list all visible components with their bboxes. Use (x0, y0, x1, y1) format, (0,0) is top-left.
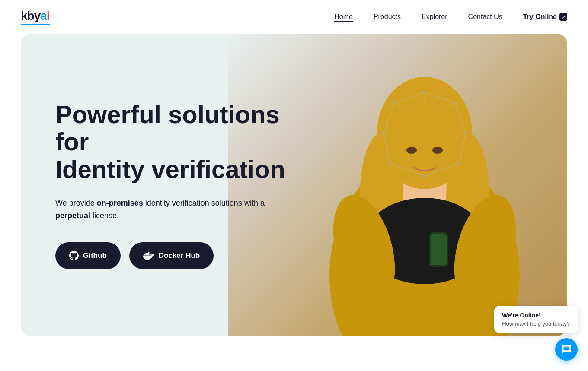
docker-hub-button[interactable]: Docker Hub (129, 242, 214, 269)
svg-point-20 (454, 101, 456, 104)
svg-point-25 (389, 162, 391, 165)
nav-item-try-online[interactable]: Try Online (523, 13, 567, 21)
hero-title: Powerful solutions for Identity verifica… (55, 101, 289, 183)
navbar: kbyai Home Products Explorer Contact Us … (0, 0, 588, 34)
nav-link-try-online[interactable]: Try Online (523, 13, 567, 21)
chat-open-button[interactable] (555, 338, 578, 361)
nav-links: Home Products Explorer Contact Us Try On… (334, 13, 567, 21)
docker-icon (143, 250, 154, 261)
nav-item-explorer[interactable]: Explorer (422, 13, 447, 21)
hero-person-image (295, 34, 554, 336)
svg-point-23 (382, 132, 385, 134)
nav-link-products[interactable]: Products (374, 13, 401, 20)
chat-widget: We're Online! How may I help you today? (494, 306, 578, 361)
github-button[interactable]: Github (55, 242, 121, 269)
logo-i: i (47, 9, 50, 22)
svg-line-15 (442, 103, 455, 111)
logo[interactable]: kbyai (21, 9, 50, 25)
chat-bubble: We're Online! How may I help you today? (494, 306, 578, 333)
hero-buttons: Github Docker Hub (55, 242, 289, 269)
nav-item-home[interactable]: Home (334, 13, 353, 21)
hero-section: Powerful solutions for Identity verifica… (21, 34, 567, 336)
github-icon (69, 251, 79, 260)
nav-link-explorer[interactable]: Explorer (422, 13, 447, 20)
svg-line-17 (455, 133, 466, 137)
svg-point-21 (393, 101, 396, 104)
svg-point-22 (464, 132, 467, 134)
svg-marker-13 (383, 92, 466, 176)
nav-item-products[interactable]: Products (374, 13, 401, 21)
svg-point-19 (423, 91, 426, 93)
svg-point-26 (423, 175, 426, 178)
nav-item-contact[interactable]: Contact Us (468, 13, 502, 21)
svg-line-14 (394, 103, 407, 111)
nav-link-contact[interactable]: Contact Us (468, 13, 502, 20)
docker-button-label: Docker Hub (159, 251, 200, 260)
chat-icon (561, 344, 572, 355)
chat-message: How may I help you today? (502, 320, 570, 327)
chat-status: We're Online! (502, 312, 570, 319)
svg-line-18 (383, 133, 394, 137)
logo-a: a (40, 9, 47, 22)
github-button-label: Github (83, 251, 107, 260)
hero-description: We provide on-premises identity verifica… (55, 197, 280, 222)
hero-content: Powerful solutions for Identity verifica… (21, 66, 323, 304)
logo-kby: kby (21, 9, 40, 22)
svg-point-24 (458, 162, 460, 165)
nav-link-home[interactable]: Home (334, 13, 353, 22)
external-link-icon (559, 13, 567, 21)
